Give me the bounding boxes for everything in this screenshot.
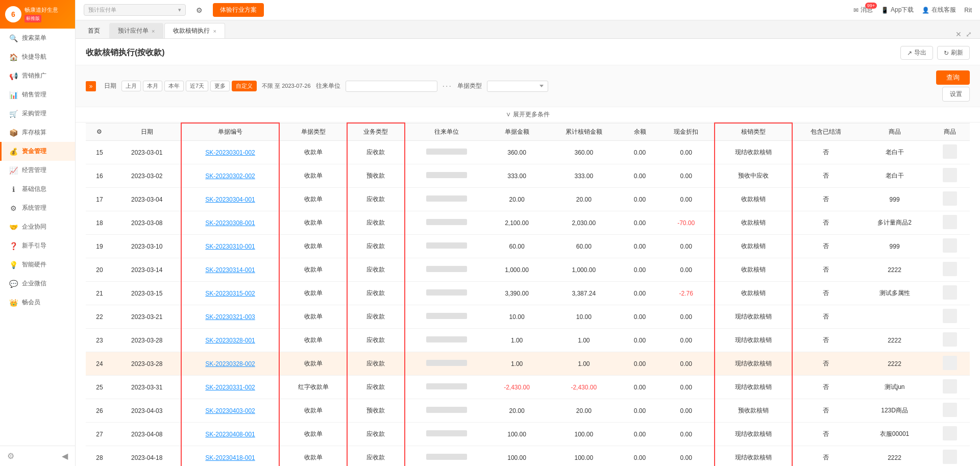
- doc-link[interactable]: SK-20230321-003: [205, 313, 255, 321]
- row-num: 25: [86, 376, 113, 399]
- col-header-included: 包含已结清: [792, 123, 859, 141]
- sidebar-label-9: 系统管理: [22, 204, 46, 212]
- sidebar-item-7[interactable]: 📈经营管理: [0, 161, 75, 180]
- query-button[interactable]: 查询: [936, 70, 970, 85]
- sidebar-label-4: 采购管理: [22, 109, 46, 118]
- row-docno: SK-20230315-002: [181, 282, 280, 305]
- row-num: 23: [86, 329, 113, 352]
- sidebar-item-2[interactable]: 📢营销推广: [0, 66, 75, 85]
- tab-maximize-icon[interactable]: ⤢: [966, 30, 972, 38]
- sidebar-item-12[interactable]: 💡智能硬件: [0, 255, 75, 274]
- date-btn-this-year[interactable]: 本年: [164, 81, 184, 91]
- sidebar-item-8[interactable]: ℹ基础信息: [0, 180, 75, 199]
- row-amount: 360.00: [488, 141, 546, 164]
- sidebar-item-13[interactable]: 💬企业微信: [0, 274, 75, 293]
- settings-footer-icon[interactable]: ⚙: [7, 451, 14, 461]
- row-product1: 2222: [859, 329, 930, 352]
- sidebar-item-14[interactable]: 👑畅会员: [0, 293, 75, 312]
- setting-button[interactable]: 设置: [942, 87, 970, 102]
- filter-toggle-button[interactable]: »: [86, 81, 96, 91]
- sidebar-item-9[interactable]: ⚙系统管理: [0, 199, 75, 217]
- app-download-btn[interactable]: 📱 App下载: [881, 6, 914, 14]
- receipt-type-select[interactable]: [487, 81, 548, 92]
- doc-link[interactable]: SK-20230308-001: [205, 219, 255, 227]
- row-product1: 123D商品: [859, 399, 930, 423]
- sidebar-item-4[interactable]: 🛒采购管理: [0, 104, 75, 123]
- solution-button[interactable]: 体验行业方案: [213, 3, 264, 17]
- partner-input[interactable]: [346, 81, 437, 92]
- table-row: 26 2023-04-03 SK-20230403-002 收款单 预收款 20…: [86, 399, 970, 423]
- date-btn-last-month[interactable]: 上月: [121, 81, 141, 91]
- doc-link[interactable]: SK-20230328-002: [205, 360, 255, 367]
- sidebar-item-1[interactable]: 🏠快捷导航: [0, 47, 75, 66]
- export-button[interactable]: ↗ 导出: [900, 46, 933, 60]
- row-writeoff: 1.00: [546, 329, 622, 352]
- doc-link[interactable]: SK-20230315-002: [205, 290, 255, 297]
- doc-link[interactable]: SK-20230418-001: [205, 454, 255, 461]
- tab-prepay-close[interactable]: ×: [152, 28, 155, 34]
- doc-link[interactable]: SK-20230408-001: [205, 431, 255, 438]
- sidebar-item-11[interactable]: ❓新手引导: [0, 236, 75, 255]
- tab-home[interactable]: 首页: [80, 23, 108, 38]
- topbar-url-bar[interactable]: 预计应付单 ▾: [84, 4, 186, 16]
- doc-link[interactable]: SK-20230304-001: [205, 196, 255, 203]
- row-product2: [930, 188, 970, 211]
- sidebar-item-3[interactable]: 📊销售管理: [0, 85, 75, 104]
- row-biztype: 应收款: [347, 282, 405, 305]
- doc-link[interactable]: SK-20230331-002: [205, 384, 255, 391]
- date-btn-7days[interactable]: 近7天: [186, 81, 208, 91]
- tab-writeoff[interactable]: 收款核销执行 ×: [164, 23, 225, 38]
- collapse-icon[interactable]: ◀: [62, 451, 68, 461]
- row-balance: 0.00: [622, 352, 658, 376]
- doc-link[interactable]: SK-20230328-001: [205, 337, 255, 344]
- online-service-btn[interactable]: 👤 在线客服: [922, 6, 956, 14]
- row-date: 2023-03-04: [113, 188, 181, 211]
- doc-link[interactable]: SK-20230302-002: [205, 173, 255, 180]
- row-discount: 0.00: [658, 188, 715, 211]
- sidebar-item-6[interactable]: 💰资金管理: [0, 142, 75, 161]
- table-row: 22 2023-03-21 SK-20230321-003 收款单 应收款 10…: [86, 305, 970, 329]
- row-writeoff: 20.00: [546, 188, 622, 211]
- doc-link[interactable]: SK-20230310-001: [205, 243, 255, 250]
- date-btn-more[interactable]: 更多: [210, 81, 230, 91]
- sidebar-item-10[interactable]: 🤝企业协同: [0, 217, 75, 236]
- tab-writeoff-close[interactable]: ×: [213, 28, 216, 34]
- sidebar: 6 畅康道好生意 标推版 🔍搜索菜单🏠快捷导航📢营销推广📊销售管理🛒采购管理📦库…: [0, 0, 76, 466]
- row-included: 否: [792, 352, 859, 376]
- row-balance: 0.00: [622, 211, 658, 235]
- expand-more-row[interactable]: ∨ 展开更多条件: [76, 107, 980, 122]
- refresh-icon: ↻: [944, 50, 949, 57]
- sidebar-label-0: 搜索菜单: [22, 34, 46, 42]
- col-header-product2: 商品: [930, 123, 970, 141]
- row-amount: 1,000.00: [488, 258, 546, 282]
- message-button[interactable]: ✉ 消息 99+: [853, 6, 873, 14]
- table-row: 23 2023-03-28 SK-20230328-001 收款单 应收款 1.…: [86, 329, 970, 352]
- refresh-button[interactable]: ↻ 刷新: [937, 46, 970, 60]
- tab-prepay[interactable]: 预计应付单 ×: [109, 23, 163, 38]
- row-writeoff: 10.00: [546, 305, 622, 329]
- sidebar-item-5[interactable]: 📦库存核算: [0, 123, 75, 142]
- user-info[interactable]: Rit: [964, 7, 972, 14]
- col-header-balance: 余额: [622, 123, 658, 141]
- sidebar-icon-10: 🤝: [9, 223, 18, 231]
- row-num: 18: [86, 211, 113, 235]
- partner-filter-label: 往来单位: [316, 82, 340, 90]
- row-biztype: 应收款: [347, 352, 405, 376]
- row-partner: [405, 305, 488, 329]
- row-partner: [405, 423, 488, 446]
- doc-link[interactable]: SK-20230314-001: [205, 266, 255, 274]
- col-header-settings[interactable]: ⚙: [86, 123, 113, 141]
- doc-link[interactable]: SK-20230301-002: [205, 149, 255, 156]
- row-discount: 0.00: [658, 446, 715, 467]
- tab-close-all-icon[interactable]: ✕: [955, 30, 962, 38]
- dropdown-icon[interactable]: ▾: [178, 7, 181, 13]
- row-docno: SK-20230328-002: [181, 352, 280, 376]
- row-writeoff: 3,387.24: [546, 282, 622, 305]
- sidebar-item-0[interactable]: 🔍搜索菜单: [0, 29, 75, 47]
- date-btn-this-month[interactable]: 本月: [143, 81, 162, 91]
- doc-link[interactable]: SK-20230403-002: [205, 407, 255, 414]
- row-date: 2023-03-31: [113, 376, 181, 399]
- date-btn-custom[interactable]: 自定义: [232, 81, 257, 91]
- topbar-gear-icon[interactable]: ⚙: [194, 4, 205, 16]
- row-writeoff-type: 预收中应收: [715, 164, 792, 188]
